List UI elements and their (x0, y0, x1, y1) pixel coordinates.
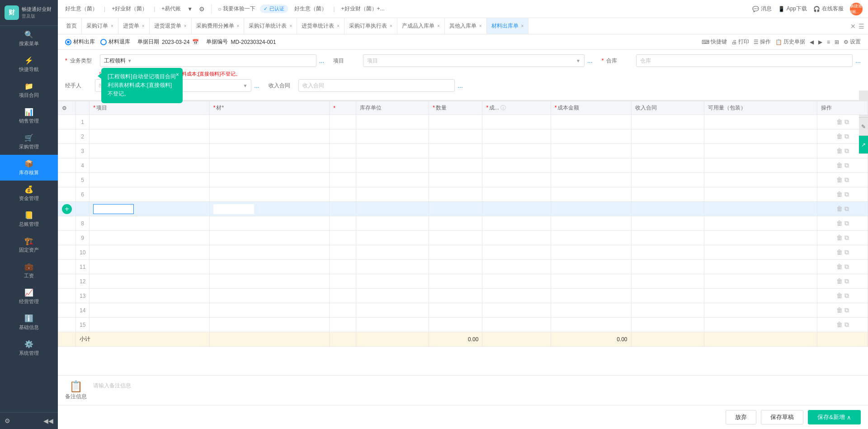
delete-icon[interactable]: 🗑 (836, 292, 843, 300)
tab-material-out[interactable]: 材料出库单× (487, 18, 529, 34)
tab-close-icon[interactable]: × (521, 24, 524, 29)
sidebar-item-sales[interactable]: 📊 销售管理 (0, 103, 58, 129)
tab-close-icon[interactable]: × (237, 24, 240, 29)
col-material-header[interactable]: *材* (209, 101, 329, 115)
delete-icon[interactable]: 🗑 (836, 205, 843, 213)
collapse-icon[interactable]: ◀◀ (43, 417, 53, 424)
date-value[interactable]: 2023-03-24 (162, 39, 189, 45)
copy-icon[interactable]: ⧉ (844, 248, 849, 256)
tab-goods-in[interactable]: 进货单× (118, 18, 150, 34)
add-row-button[interactable]: + (62, 204, 72, 214)
info-icon[interactable]: ⓘ (500, 105, 506, 111)
tab-close-all-icon[interactable]: ✕ (850, 23, 856, 30)
topbar-more-dropdown[interactable]: ▼ (187, 6, 193, 12)
tab-home[interactable]: 首页 (61, 18, 82, 34)
history-action[interactable]: 📋 历史单据 (775, 38, 805, 46)
warehouse-ellipsis[interactable]: ... (855, 57, 861, 64)
col-spec-header[interactable]: * (330, 101, 356, 115)
right-float-icon-3[interactable]: ↗ (859, 136, 868, 154)
sidebar-item-search[interactable]: 🔍 搜索菜单 (0, 26, 58, 52)
sidebar-item-inventory[interactable]: 📦 库存核算 (0, 155, 58, 181)
tab-purchase-exec[interactable]: 采购订单执行表× (344, 18, 397, 34)
delete-icon[interactable]: 🗑 (836, 133, 843, 140)
project-ellipsis[interactable]: ... (587, 57, 593, 64)
income-contract-input[interactable]: 收入合同 (298, 79, 455, 92)
sidebar-item-payroll[interactable]: 💼 工资 (0, 258, 58, 284)
income-contract-ellipsis[interactable]: ... (458, 82, 463, 89)
topbar-nav-haoyecai[interactable]: +好业财（菌） (110, 5, 149, 13)
copy-icon[interactable]: ⧉ (844, 277, 849, 285)
topbar-exp-item[interactable]: ○ 我要体验一下 (218, 5, 255, 13)
delete-icon[interactable]: 🗑 (836, 306, 843, 314)
form-settings-action[interactable]: ⚙ 设置 (844, 38, 861, 46)
tab-close-icon[interactable]: × (289, 24, 292, 29)
handler-ellipsis[interactable]: ... (254, 82, 259, 89)
gear-icon[interactable]: ⚙ (62, 105, 67, 111)
tooltip-close-button[interactable]: × (176, 71, 179, 79)
copy-icon[interactable]: ⧉ (844, 176, 849, 184)
tab-other-in[interactable]: 其他入库单× (445, 18, 487, 34)
business-type-ellipsis[interactable]: ... (319, 57, 325, 64)
project-input[interactable]: 项目 ▼ (363, 54, 585, 67)
copy-icon[interactable]: ⧉ (844, 147, 849, 155)
delete-icon[interactable]: 🗑 (836, 191, 843, 198)
col-qty-header[interactable]: *数量 (429, 101, 482, 115)
tab-purchase-stats[interactable]: 采购订单统计表× (244, 18, 297, 34)
save-new-button[interactable]: 保存&新增 ∧ (808, 410, 861, 424)
notes-input[interactable] (91, 380, 861, 398)
tab-close-icon[interactable]: × (337, 24, 340, 29)
topbar-nav-haoshengyi2[interactable]: 好生意（菌） (292, 5, 329, 13)
topbar-settings-icon[interactable]: ⚙ (199, 5, 205, 13)
sidebar-item-quick[interactable]: ⚡ 快捷导航 (0, 52, 58, 77)
delete-icon[interactable]: 🗑 (836, 234, 843, 242)
tab-purchase-order[interactable]: 采购订单× (82, 18, 118, 34)
copy-icon[interactable]: ⧉ (844, 306, 849, 314)
tab-goods-in-stats[interactable]: 进货单统计表× (297, 18, 344, 34)
delete-icon[interactable]: 🗑 (836, 248, 843, 256)
col-project-header[interactable]: *项目 (90, 101, 209, 115)
business-type-input[interactable]: 工程领料 ▼ (100, 54, 316, 67)
copy-icon[interactable]: ⧉ (844, 205, 849, 213)
warehouse-input[interactable]: 仓库 (636, 54, 853, 67)
topbar-cert-badge[interactable]: ✓ 已认证 (260, 5, 288, 13)
topbar-nav-yidaizhang[interactable]: +易代账 (160, 5, 183, 13)
delete-icon[interactable]: 🗑 (836, 263, 843, 271)
copy-icon[interactable]: ⧉ (844, 133, 849, 140)
sidebar-item-purchase[interactable]: 🛒 采购管理 (0, 129, 58, 155)
tab-goods-in-return[interactable]: 进货退货单× (150, 18, 192, 34)
delete-icon[interactable]: 🗑 (836, 277, 843, 285)
radio-material-return[interactable]: 材料退库 (100, 38, 130, 46)
sidebar-item-asset[interactable]: 🏗️ 固定资产 (0, 232, 58, 258)
sidebar-item-ops[interactable]: 📈 经营管理 (0, 284, 58, 310)
delete-icon[interactable]: 🗑 (836, 321, 843, 329)
sidebar-item-finance[interactable]: 💰 资金管理 (0, 181, 58, 206)
col-settings-header[interactable]: ⚙ (58, 101, 76, 115)
shortcuts-action[interactable]: ⌨ 快捷键 (702, 38, 727, 46)
settings-bottom-icon[interactable]: ⚙ (5, 417, 10, 424)
sidebar-item-ledger[interactable]: 📒 总账管理 (0, 206, 58, 232)
sidebar-item-basic[interactable]: ℹ️ 基础信息 (0, 310, 58, 335)
copy-icon[interactable]: ⧉ (844, 191, 849, 198)
copy-icon[interactable]: ⧉ (844, 219, 849, 227)
app-download-button[interactable]: 📱 App下载 (778, 5, 807, 13)
tab-purchase-fee[interactable]: 采购费用分摊单× (192, 18, 245, 34)
row7-material-input[interactable] (213, 204, 254, 214)
col-cost-header[interactable]: *成... ⓘ (482, 101, 551, 115)
single-num-value[interactable]: MD-20230324-001 (231, 39, 276, 45)
topbar-nav-haoshengyi[interactable]: 好生意（菌） (63, 5, 99, 13)
delete-icon[interactable]: 🗑 (836, 162, 843, 169)
sidebar-item-system[interactable]: ⚙️ 系统管理 (0, 335, 58, 361)
delete-icon[interactable]: 🗑 (836, 176, 843, 184)
nav-prev[interactable]: ◀ (810, 39, 814, 45)
ops-action[interactable]: ☰ 操作 (754, 38, 771, 46)
tab-close-icon[interactable]: × (142, 24, 145, 29)
copy-icon[interactable]: ⧉ (844, 162, 849, 169)
copy-icon[interactable]: ⧉ (844, 118, 849, 126)
user-avatar[interactable]: 畅捷通8账... (850, 3, 863, 15)
copy-icon[interactable]: ⧉ (844, 321, 849, 329)
calendar-icon[interactable]: 📅 (192, 39, 199, 45)
nav-next[interactable]: ▶ (818, 39, 822, 45)
radio-material-out[interactable]: 材料出库 (65, 38, 95, 46)
view-grid-icon[interactable]: ⊞ (835, 39, 839, 45)
sidebar-item-project[interactable]: 📁 项目合同 (0, 77, 58, 103)
